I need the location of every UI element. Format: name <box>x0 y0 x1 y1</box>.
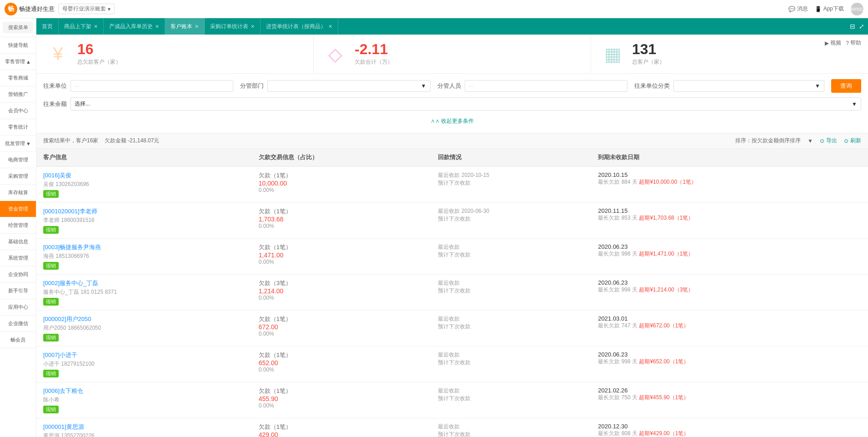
sidebar-item-system[interactable]: 系统管理 <box>0 250 36 266</box>
tab-product-history[interactable]: 产成品入库单历史 ✕ <box>104 18 165 35</box>
overdue-link-0[interactable]: 超期¥10,000.00（1笔） <box>639 179 697 185</box>
system-label: 系统管理 <box>8 255 28 261</box>
tab-product-history-close[interactable]: ✕ <box>155 24 159 30</box>
tab-fullscreen-btn[interactable]: ⤢ <box>859 23 864 30</box>
overdue-link-5[interactable]: 超期¥652.00（1笔） <box>639 358 689 365</box>
manager-input[interactable]: ··· <box>465 80 627 92</box>
tab-goods-online-close[interactable]: ✕ <box>94 24 98 30</box>
summary-card-actions: ▶ 视频 ? 帮助 <box>825 39 861 47</box>
sidebar-item-retail-stats[interactable]: 零售统计 <box>0 119 36 136</box>
refresh-btn[interactable]: ⊙ 刷新 <box>844 137 861 145</box>
tab-home[interactable]: 首页 <box>36 18 59 35</box>
sidebar-item-finance[interactable]: 资金管理 <box>0 201 36 217</box>
sidebar-item-ecommerce[interactable]: 电商管理 <box>0 152 36 168</box>
sidebar-item-vip[interactable]: 畅会员 <box>0 332 36 348</box>
help-action[interactable]: ? 帮助 <box>846 39 861 47</box>
sidebar-item-retail-mall[interactable]: 零售商城 <box>0 70 36 86</box>
sidebar-item-member[interactable]: 会员中心 <box>0 103 36 119</box>
debt-ratio-6: 0.00% <box>259 402 425 409</box>
batch-mgmt-arrow: ▼ <box>26 141 31 146</box>
collapse-bar[interactable]: ∧∧ 收起更多条件 <box>43 115 861 127</box>
debt-amount-4[interactable]: 672.00 <box>259 323 425 331</box>
sidebar-item-app-center[interactable]: 应用中心 <box>0 299 36 316</box>
overdue-link-3[interactable]: 超期¥1,214.00（3笔） <box>639 286 693 293</box>
customer-name-2[interactable]: [0003]畅捷服务尹海燕 <box>43 243 245 251</box>
customer-name-7[interactable]: [000001]黄思源 <box>43 423 245 431</box>
sidebar-item-basic[interactable]: 基础信息 <box>0 234 36 250</box>
overdue-link-6[interactable]: 超期¥455.90（1笔） <box>639 394 689 401</box>
tab-collapse-btn[interactable]: ⊟ <box>850 23 855 30</box>
overdue-link-2[interactable]: 超期¥1,471.00（1笔） <box>639 251 693 257</box>
filter-row-2: 往来余额 选择... ▼ <box>43 97 861 111</box>
cell-customer-7: [000001]黄思源 黄思源 13552700226 现销 <box>36 418 252 437</box>
debt-amount-7[interactable]: 429.00 <box>259 431 425 437</box>
debt-amount-5[interactable]: 652.00 <box>259 359 425 367</box>
customer-phone-5: 小进干 18279152100 <box>43 360 245 368</box>
unit-category-select[interactable]: ▼ <box>673 80 824 92</box>
cell-due-3: 2020.06.23 最长欠款 998 天 超期¥1,214.00（3笔） <box>591 275 868 311</box>
debt-amount-6[interactable]: 455.90 <box>259 395 425 402</box>
tab-purchase-goods-stats-close[interactable]: ✕ <box>328 24 332 30</box>
customer-tag-1: 现销 <box>43 226 59 234</box>
sidebar-item-guide[interactable]: 新手引导 <box>0 283 36 299</box>
overdue-link-7[interactable]: 超期¥429.00（1笔） <box>639 430 689 437</box>
tab-purchase-stats-close[interactable]: ✕ <box>251 24 255 30</box>
tab-purchase-goods-stats[interactable]: 进货单统计表（按商品） ✕ <box>261 18 338 35</box>
wechat-label: 企业微信 <box>8 321 28 326</box>
user-avatar[interactable]: demo2 <box>851 3 863 15</box>
customer-name-0[interactable]: [0016]吴俊 <box>43 171 245 180</box>
cell-customer-3: [0002]服务中心_丁磊 服务中心_丁磊 181 0125 8371 现销 <box>36 275 252 311</box>
app-download-btn[interactable]: 📱 App下载 <box>815 5 844 13</box>
search-button[interactable]: 查询 <box>831 79 861 93</box>
batch-mgmt-label: 批发管理 <box>5 140 25 147</box>
summary-card-total-customers: ▦ 131 总客户（家） ▶ 视频 ? 帮助 <box>591 35 868 73</box>
collapse-label: 收起更多条件 <box>441 118 474 124</box>
sidebar-item-retail-mgmt[interactable]: 零售管理 ▲ <box>0 54 36 70</box>
sidebar-item-quick-nav[interactable]: 快捷导航 <box>0 37 36 54</box>
dept-select[interactable]: ▼ <box>267 80 430 92</box>
cell-due-4: 2021.03.01 最长欠款 747 天 超期¥672.00（1笔） <box>591 311 868 347</box>
sidebar-item-purchase[interactable]: 采购管理 <box>0 168 36 185</box>
cell-customer-4: [000002]用户2050 用户2050 18665062050 现销 <box>36 311 252 347</box>
debt-amount-0[interactable]: 10,000.00 <box>259 180 425 187</box>
export-btn[interactable]: ⊙ 导出 <box>820 137 837 145</box>
debt-amount-1[interactable]: 1,703.68 <box>259 216 425 223</box>
tab-customer-account-close[interactable]: ✕ <box>195 24 199 30</box>
from-unit-input[interactable]: ··· <box>70 80 233 92</box>
overdue-days-6: 最长欠款 750 天 超期¥455.90（1笔） <box>598 394 861 402</box>
logo-icon: 畅 <box>5 3 17 15</box>
cell-customer-2: [0003]畅捷服务尹海燕 海燕 18513066976 现销 <box>36 239 252 275</box>
sidebar-item-batch-mgmt[interactable]: 批发管理 ▼ <box>0 136 36 152</box>
debt-total-icon: ◇ <box>323 41 348 66</box>
customer-name-5[interactable]: [0007]小进干 <box>43 351 245 359</box>
total-customers-label: 总客户（家） <box>632 58 665 66</box>
vip-label: 畅会员 <box>10 337 25 342</box>
sidebar-item-ops[interactable]: 经营管理 <box>0 217 36 234</box>
overdue-link-1[interactable]: 超期¥1,703.68（1笔） <box>639 215 693 221</box>
cell-debt-7: 欠款（1笔） 429.00 0.00% <box>252 418 431 437</box>
tab-goods-online[interactable]: 商品上下架 ✕ <box>59 18 104 35</box>
tab-customer-account[interactable]: 客户账本 ✕ <box>165 18 205 35</box>
message-btn[interactable]: 💬 消息 <box>788 5 808 13</box>
sidebar-search[interactable]: 搜索菜单 <box>0 18 36 37</box>
sidebar-item-marketing[interactable]: 营销推广 <box>0 86 36 103</box>
search-menu-btn[interactable]: 搜索菜单 <box>3 22 33 33</box>
sidebar-item-wechat[interactable]: 企业微信 <box>0 316 36 332</box>
debt-amount-3[interactable]: 1,214.00 <box>259 287 425 295</box>
customer-name-6[interactable]: [0006]去下粮仓 <box>43 387 245 395</box>
sidebar-item-enterprise[interactable]: 企业协同 <box>0 266 36 283</box>
cell-debt-3: 欠款（3笔） 1,214.00 0.00% <box>252 275 431 311</box>
customer-name-3[interactable]: [0002]服务中心_丁磊 <box>43 279 245 287</box>
overdue-link-4[interactable]: 超期¥672.00（1笔） <box>639 322 689 329</box>
tab-purchase-stats[interactable]: 采购订单统计表 ✕ <box>205 18 261 35</box>
customer-name-1[interactable]: [0001020001]李老师 <box>43 207 245 216</box>
customer-name-4[interactable]: [000002]用户2050 <box>43 315 245 323</box>
debt-amount-2[interactable]: 1,471.00 <box>259 251 425 259</box>
balance-select[interactable]: 选择... ▼ <box>70 97 861 111</box>
store-select[interactable]: 母婴行业演示账套 ▾ <box>58 4 115 14</box>
store-name: 母婴行业演示账套 <box>62 5 106 13</box>
inventory-label: 库存核算 <box>8 190 28 195</box>
customer-phone-0: 吴俊 13026203696 <box>43 181 245 188</box>
sidebar-item-inventory[interactable]: 库存核算 <box>0 185 36 201</box>
video-action[interactable]: ▶ 视频 <box>825 39 841 47</box>
